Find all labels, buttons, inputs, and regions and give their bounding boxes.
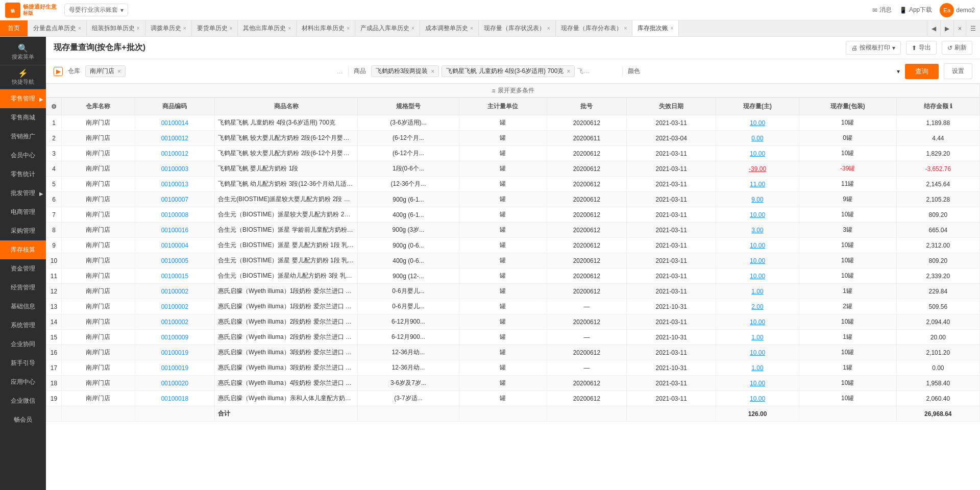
cell-spec-13: 6-12月900... — [358, 314, 459, 330]
cell-qty-pack-6: 10罐 — [799, 207, 896, 223]
product-tag-2-remove[interactable]: × — [567, 68, 570, 75]
cell-qty-pack-18: 10罐 — [799, 391, 896, 406]
th-settings: ⚙ — [46, 98, 62, 115]
nav-prev-btn[interactable]: ◀ — [927, 20, 940, 37]
cell-unit-13: 罐 — [459, 314, 547, 330]
query-btn[interactable]: 查询 — [905, 64, 939, 79]
product-tag-1-remove[interactable]: × — [431, 68, 434, 75]
cell-qty-pack-14: 1罐 — [799, 330, 896, 345]
tab-label-2: 组装拆卸单历史 — [92, 24, 135, 33]
nav-menu-btn[interactable]: ☰ — [966, 20, 980, 37]
cell-name-13: 惠氏启朦（Wyeth illuma）2段奶粉 爱尔兰进口 6-12月较... — [215, 314, 358, 330]
cell-qty-pack-2: 10罐 — [799, 146, 896, 161]
th-warehouse: 仓库名称 — [62, 98, 135, 115]
industry-selector[interactable]: 母婴行业演示账套 ▾ — [64, 4, 128, 16]
tab-close-11[interactable]: × — [670, 26, 673, 31]
cell-batch-5: 20200612 — [547, 192, 626, 207]
tab-close-4[interactable]: × — [230, 26, 233, 31]
sidebar-item-inventory[interactable]: 库存核算 — [0, 240, 46, 259]
nav-tab-3[interactable]: 调拨单历史 × — [145, 20, 192, 37]
nav-tab-4[interactable]: 要货单历史 × — [192, 20, 238, 37]
cell-qty-main-3: -39.00 — [716, 161, 799, 177]
print-dropdown-icon: ▾ — [892, 44, 895, 52]
sidebar-item-member[interactable]: 会员中心 — [0, 146, 46, 165]
nav-next-btn[interactable]: ▶ — [940, 20, 953, 37]
nav-tab-2[interactable]: 组装拆卸单历史 × — [87, 20, 145, 37]
nav-close-btn[interactable]: × — [953, 20, 966, 37]
print-label: 按模板打印 — [860, 43, 890, 52]
th-amount: 结存金额 ℹ — [896, 98, 979, 115]
cell-amount-11: 229.84 — [896, 284, 979, 299]
tab-label-11: 库存批次账 — [638, 24, 668, 33]
tab-close-7[interactable]: × — [411, 26, 414, 31]
tab-close-2[interactable]: × — [137, 26, 140, 31]
app-download-btn[interactable]: 📱 App下载 — [899, 6, 932, 14]
sidebar-item-vip[interactable]: 畅会员 — [0, 410, 46, 429]
sidebar-item-label-vip: 畅会员 — [14, 416, 32, 423]
cell-qty-pack-12: 2罐 — [799, 299, 896, 314]
cell-name-1: 飞鹤星飞帆 较大婴儿配方奶粉 2段(6-12个月婴幼儿适用) ... — [215, 131, 358, 146]
expand-more-toggle[interactable]: ≡ 展开更多条件 — [46, 84, 980, 97]
sidebar-search[interactable]: 🔍 搜索英单 — [0, 39, 46, 65]
nav-tab-11[interactable]: 库存批次账 × — [632, 20, 679, 37]
cell-qty-main-2: 10.00 — [716, 146, 799, 161]
tab-close-9[interactable]: × — [547, 26, 550, 31]
message-btn[interactable]: ✉ 消息 — [872, 6, 892, 14]
nav-tab-8[interactable]: 成本调整单历史 × — [420, 20, 479, 37]
nav-tab-1[interactable]: 分量盘点单历史 × — [28, 20, 87, 37]
cell-expire-12: 2021-10-31 — [627, 299, 716, 314]
nav-tab-home[interactable]: 首页 — [0, 20, 28, 37]
tab-close-1[interactable]: × — [78, 26, 81, 31]
home-tab-label: 首页 — [8, 24, 20, 33]
tab-close-6[interactable]: × — [347, 26, 350, 31]
cell-amount-9: 809.20 — [896, 253, 979, 268]
cell-batch-6: 20200612 — [547, 207, 626, 223]
cell-batch-7: 20200612 — [547, 223, 626, 238]
nav-tab-6[interactable]: 材料出库单历史 × — [297, 20, 355, 37]
nav-tab-5[interactable]: 其他出库单历史 × — [238, 20, 297, 37]
cell-code-17: 00100020 — [135, 376, 214, 391]
sidebar-item-finance[interactable]: 资金管理 — [0, 259, 46, 278]
tab-close-8[interactable]: × — [470, 26, 473, 31]
export-btn[interactable]: ⬆ 导出 — [906, 41, 937, 55]
sidebar-item-apps[interactable]: 应用中心 — [0, 373, 46, 391]
cell-qty-pack-13: 10罐 — [799, 314, 896, 330]
sidebar-item-wechat[interactable]: 企业微信 — [0, 391, 46, 410]
cell-expire-5: 2021-03-11 — [627, 192, 716, 207]
product-tags: 飞鹤奶粉3段两提装 × 飞鹤星飞帆 儿童奶粉 4段(3-6岁适用) 700克 ×… — [371, 65, 618, 77]
nav-tab-7[interactable]: 产成品入库单历史 × — [355, 20, 420, 37]
sidebar-item-mall[interactable]: 零售商城 — [0, 108, 46, 127]
sidebar-item-stats[interactable]: 零售统计 — [0, 165, 46, 184]
nav-tab-9[interactable]: 现存量（库存状况表） × — [479, 20, 556, 37]
sidebar-quick-nav[interactable]: ⚡ 快捷导航 — [0, 65, 46, 89]
sidebar-item-guide[interactable]: 新手引导 — [0, 354, 46, 373]
tab-close-5[interactable]: × — [288, 26, 291, 31]
product-tag-text-2: 飞鹤星飞帆 儿童奶粉 4段(3-6岁适用) 700克 — [446, 67, 564, 76]
print-btn[interactable]: 🖨 按模板打印 ▾ — [846, 41, 901, 55]
industry-label: 母婴行业演示账套 — [69, 6, 118, 14]
sidebar-item-basic[interactable]: 基础信息 — [0, 297, 46, 316]
sidebar-item-ecommerce[interactable]: 电商管理 — [0, 203, 46, 222]
sidebar-item-retail[interactable]: 零售管理 ▶ — [0, 89, 46, 108]
tab-close-10[interactable]: × — [624, 26, 627, 31]
cell-warehouse-11: 南岸门店 — [62, 284, 135, 299]
cell-amount-6: 809.20 — [896, 207, 979, 223]
sidebar-item-collab[interactable]: 企业协同 — [0, 335, 46, 354]
table-row: 12 南岸门店 00100002 惠氏启朦（Wyeth illuma）1段奶粉 … — [46, 284, 980, 299]
tab-close-3[interactable]: × — [183, 26, 186, 31]
cell-code-5: 00100007 — [135, 192, 214, 207]
nav-tab-10[interactable]: 现存量（库存分布表） × — [556, 20, 633, 37]
cell-batch-8: 20200612 — [547, 238, 626, 253]
sidebar-item-purchase[interactable]: 采购管理 — [0, 222, 46, 240]
summary-empty-6 — [547, 406, 626, 422]
sidebar-item-marketing[interactable]: 营销推广 — [0, 127, 46, 146]
user-avatar-btn[interactable]: Ea demo2 — [940, 3, 975, 17]
refresh-btn[interactable]: ↺ 刷新 — [942, 41, 972, 55]
settings-btn[interactable]: 设置 — [944, 63, 972, 79]
sidebar-item-operations[interactable]: 经营管理 — [0, 278, 46, 297]
sidebar-item-wholesale[interactable]: 批发管理 ▶ — [0, 184, 46, 203]
cell-unit-1: 罐 — [459, 131, 547, 146]
sidebar-item-system[interactable]: 系统管理 — [0, 316, 46, 335]
warehouse-tag-remove[interactable]: × — [117, 68, 121, 75]
filter-expand-btn[interactable]: ▶ — [54, 67, 63, 76]
